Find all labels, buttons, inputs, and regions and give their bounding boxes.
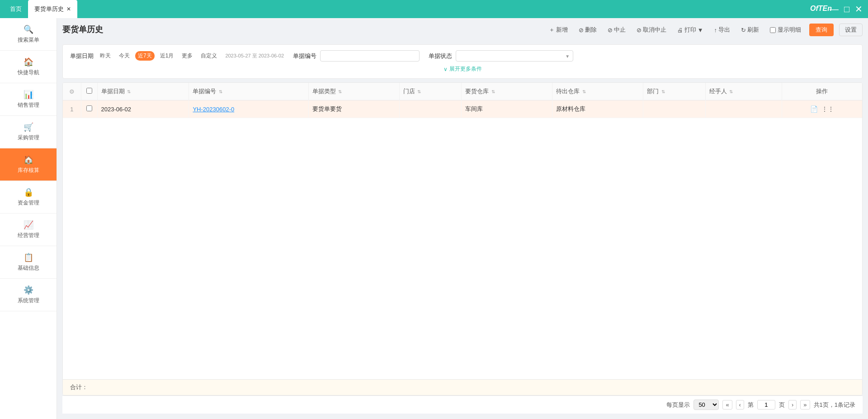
col-req-warehouse[interactable]: 要货仓库 ⇅ — [462, 83, 552, 100]
settings-button[interactable]: 设置 — [839, 24, 863, 36]
date-last-month[interactable]: 近1月 — [157, 51, 177, 61]
table-footer: 合计： — [63, 379, 862, 395]
sidebar-item-inventory-label: 库存核算 — [18, 167, 39, 174]
doc-number-label: 单据编号 — [293, 52, 316, 60]
print-icon: 🖨 — [677, 27, 683, 33]
col-doc-type[interactable]: 单据类型 ⇅ — [308, 83, 399, 100]
sidebar-item-search-menu[interactable]: 🔍 搜索菜单 — [0, 18, 57, 51]
finance-mgmt-icon: 🔒 — [24, 187, 33, 197]
col-pending-warehouse[interactable]: 待出仓库 ⇅ — [552, 83, 643, 100]
date-yesterday[interactable]: 昨天 — [97, 51, 113, 61]
row-doc-number-link[interactable]: YH-20230602-0 — [193, 106, 234, 113]
tab-home[interactable]: 首页 — [4, 0, 28, 18]
col-department-label: 部门 — [647, 88, 659, 95]
print-dropdown-icon: ▼ — [698, 27, 703, 33]
print-label: 打印 — [684, 26, 696, 34]
col-store[interactable]: 门店 ⇅ — [399, 83, 462, 100]
date-today[interactable]: 今天 — [116, 51, 132, 61]
doc-status-label: 单据状态 — [429, 52, 452, 60]
expand-button[interactable]: ∨ 展开更多条件 — [443, 65, 482, 73]
select-all-checkbox[interactable] — [86, 88, 92, 94]
quick-nav-icon: 🏠 — [24, 57, 33, 67]
page-size-label: 每页显示 — [666, 401, 690, 409]
date-more[interactable]: 更多 — [179, 51, 195, 61]
row-handler — [705, 100, 782, 118]
sidebar-item-basic-info[interactable]: 📋 基础信息 — [0, 246, 57, 279]
pagination-bar: 每页显示 10 20 50 100 « ‹ 第 页 › » 共1页，1条记录 — [62, 395, 863, 414]
toolbar: ＋ 新增 ⊘ 删除 ⊘ 中止 ⊘ 取消中止 🖨 打印 — [103, 24, 863, 36]
more-action-icon[interactable]: ⋮⋮ — [821, 105, 834, 113]
doc-number-input[interactable] — [320, 50, 420, 62]
row-checkbox[interactable] — [86, 105, 92, 111]
tab-requisition-history-label: 要货单历史 — [34, 5, 64, 13]
content-area: 要货单历史 ＋ 新增 ⊘ 删除 ⊘ 中止 ⊘ 取消中止 — [57, 18, 868, 419]
page-label-suffix: 页 — [779, 401, 785, 409]
stop-label: 中止 — [614, 26, 626, 34]
tab-requisition-history[interactable]: 要货单历史 ✕ — [28, 0, 77, 18]
sidebar-item-purchase-mgmt[interactable]: 🛒 采购管理 — [0, 116, 57, 148]
col-handler[interactable]: 经手人 ⇅ — [705, 83, 782, 100]
row-store — [399, 100, 462, 118]
export-icon: ↑ — [714, 27, 717, 33]
page-prev-btn[interactable]: ‹ — [736, 400, 744, 409]
page-number-input[interactable] — [757, 400, 775, 409]
table-header-row: ⚙ 单据日期 ⇅ 单据编号 ⇅ 单据类型 — [63, 83, 862, 100]
sort-doc-type-icon: ⇅ — [338, 89, 342, 94]
maximize-icon[interactable]: □ — [842, 4, 851, 14]
sidebar-item-quick-nav[interactable]: 🏠 快捷导航 — [0, 51, 57, 83]
col-doc-date[interactable]: 单据日期 ⇅ — [97, 83, 189, 100]
top-bar-actions: — □ ✕ — [828, 4, 864, 14]
col-store-label: 门店 — [403, 88, 415, 95]
delete-button[interactable]: ⊘ 删除 — [576, 24, 599, 36]
stop-button[interactable]: ⊘ 中止 — [605, 24, 628, 36]
sidebar-item-system-mgmt-label: 系统管理 — [18, 297, 39, 305]
col-department[interactable]: 部门 ⇅ — [643, 83, 705, 100]
sidebar-item-basic-info-label: 基础信息 — [18, 264, 39, 272]
page-next-btn[interactable]: › — [788, 400, 797, 409]
filter-row-1: 单据日期 昨天 今天 近7天 近1月 更多 自定义 2023-05-27 至 2… — [70, 50, 855, 62]
sidebar: 🔍 搜索菜单 🏠 快捷导航 📊 销售管理 🛒 采购管理 🏠 库存核算 🔒 资金管… — [0, 18, 57, 419]
col-handler-label: 经手人 — [709, 88, 727, 95]
display-detail-checkbox[interactable] — [770, 27, 776, 33]
print-button[interactable]: 🖨 打印 ▼ — [675, 24, 706, 36]
cancel-stop-label: 取消中止 — [643, 26, 666, 34]
export-button[interactable]: ↑ 导出 — [712, 24, 733, 36]
add-icon: ＋ — [549, 26, 555, 34]
sidebar-item-system-mgmt[interactable]: ⚙️ 系统管理 — [0, 279, 57, 311]
row-req-warehouse: 车间库 — [462, 100, 552, 118]
sidebar-item-inventory[interactable]: 🏠 库存核算 — [0, 148, 57, 181]
display-detail-toggle[interactable]: 显示明细 — [767, 24, 804, 36]
add-button[interactable]: ＋ 新增 — [546, 24, 571, 36]
cancel-stop-button[interactable]: ⊘ 取消中止 — [634, 24, 669, 36]
close-tab-icon[interactable]: ✕ — [66, 6, 71, 12]
page-last-btn[interactable]: » — [800, 400, 810, 409]
col-doc-number[interactable]: 单据编号 ⇅ — [189, 83, 308, 100]
main-layout: 🔍 搜索菜单 🏠 快捷导航 📊 销售管理 🛒 采购管理 🏠 库存核算 🔒 资金管… — [0, 18, 868, 419]
col-settings[interactable]: ⚙ — [63, 83, 81, 100]
page-label-prefix: 第 — [748, 401, 754, 409]
col-pending-warehouse-label: 待出仓库 — [556, 88, 580, 95]
page-size-select[interactable]: 10 20 50 100 — [693, 400, 719, 410]
window-close-icon[interactable]: ✕ — [853, 4, 864, 14]
date-last7days[interactable]: 近7天 — [135, 51, 155, 61]
refresh-button[interactable]: ↻ 刷新 — [738, 24, 762, 36]
delete-label: 删除 — [585, 26, 597, 34]
view-action-icon[interactable]: 📄 — [810, 105, 818, 113]
doc-number-filter-group: 单据编号 — [293, 50, 420, 62]
sort-pending-warehouse-icon: ⇅ — [582, 89, 586, 94]
query-label: 查询 — [816, 26, 827, 34]
sidebar-item-finance-mgmt[interactable]: 🔒 资金管理 — [0, 181, 57, 214]
search-menu-icon: 🔍 — [24, 24, 33, 34]
sidebar-item-sales-mgmt[interactable]: 📊 销售管理 — [0, 83, 57, 116]
query-button[interactable]: 查询 — [809, 24, 834, 36]
date-range-text: 2023-05-27 至 2023-06-02 — [225, 52, 284, 59]
refresh-icon: ↻ — [741, 27, 746, 33]
doc-status-select[interactable] — [456, 50, 573, 62]
settings-label: 设置 — [845, 26, 857, 34]
row-department — [643, 100, 705, 118]
display-detail-label: 显示明细 — [778, 26, 801, 34]
col-req-warehouse-label: 要货仓库 — [465, 88, 489, 95]
date-custom[interactable]: 自定义 — [198, 51, 220, 61]
page-first-btn[interactable]: « — [722, 400, 732, 409]
sidebar-item-ops-mgmt[interactable]: 📈 经营管理 — [0, 214, 57, 246]
